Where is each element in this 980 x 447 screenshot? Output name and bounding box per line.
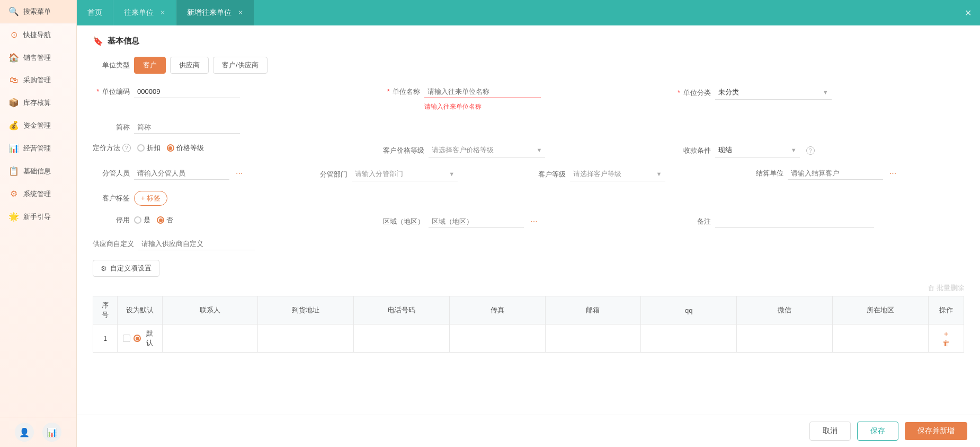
cell-fax[interactable] bbox=[449, 325, 545, 353]
cell-wechat[interactable] bbox=[737, 325, 833, 353]
department-dropdown[interactable]: 请输入分管部门 ▼ bbox=[352, 167, 458, 181]
sidebar-item-newbie[interactable]: 🌟 新手引导 bbox=[0, 205, 76, 228]
sidebar-item-operations[interactable]: 📊 经营管理 bbox=[0, 137, 76, 160]
tab-new-contact-label: 新增往来单位 bbox=[187, 8, 231, 17]
manager-more-btn[interactable]: ··· bbox=[234, 169, 245, 178]
sidebar-label-basic-info: 基础信息 bbox=[23, 166, 51, 176]
unit-category-dropdown[interactable]: 未分类 ▼ bbox=[715, 85, 832, 100]
wechat-input[interactable] bbox=[742, 335, 827, 343]
save-new-button[interactable]: 保存并新增 bbox=[905, 422, 967, 440]
close-all-tabs[interactable]: ✕ bbox=[956, 0, 980, 25]
pricing-method-label: 定价方法 ? bbox=[93, 143, 131, 153]
tab-new-contact[interactable]: 新增往来单位 ✕ bbox=[176, 0, 254, 25]
customer-price-level-dropdown[interactable]: 请选择客户价格等级 ▼ bbox=[429, 143, 545, 157]
pricing-help-icon[interactable]: ? bbox=[122, 144, 131, 152]
region-input[interactable] bbox=[429, 215, 524, 228]
user-avatar-btn[interactable]: 👤 bbox=[15, 423, 34, 442]
unit-type-label: 单位类型 bbox=[93, 60, 130, 70]
customer-price-level-label: 客户价格等级 bbox=[383, 146, 424, 155]
newbie-icon: 🌟 bbox=[8, 212, 19, 222]
col-phone: 电话号码 bbox=[354, 296, 450, 325]
cell-qq[interactable] bbox=[641, 325, 737, 353]
col-address: 到货地址 bbox=[258, 296, 354, 325]
chart-btn[interactable]: 📊 bbox=[42, 423, 61, 442]
customer-level-dropdown[interactable]: 请选择客户等级 ▼ bbox=[570, 167, 665, 181]
batch-delete-btn[interactable]: 🗑 批量删除 bbox=[928, 283, 964, 293]
qq-input[interactable] bbox=[646, 335, 731, 343]
cell-email[interactable] bbox=[545, 325, 641, 353]
cell-address[interactable] bbox=[258, 325, 354, 353]
sidebar-label-operations: 经营管理 bbox=[23, 144, 51, 153]
unit-btn-supplier[interactable]: 供应商 bbox=[170, 57, 209, 74]
payment-terms-value: 现结 bbox=[718, 145, 789, 155]
unit-btn-both[interactable]: 客户/供应商 bbox=[213, 57, 268, 74]
tab-contacts-close[interactable]: ✕ bbox=[160, 9, 165, 16]
cell-phone[interactable] bbox=[354, 325, 450, 353]
abbr-field: 简称 bbox=[93, 121, 964, 134]
col-email: 邮箱 bbox=[545, 296, 641, 325]
manager-input[interactable] bbox=[134, 167, 229, 180]
email-input[interactable] bbox=[551, 335, 636, 343]
abbr-row: 简称 bbox=[93, 121, 964, 134]
phone-input[interactable] bbox=[359, 335, 444, 343]
custom-settings-btn[interactable]: ⚙ 自定义项设置 bbox=[93, 260, 159, 277]
radio-stop-yes bbox=[134, 216, 141, 224]
sidebar-item-purchase[interactable]: 🛍 采购管理 bbox=[0, 69, 76, 91]
add-row-btn[interactable]: ＋ bbox=[940, 329, 952, 339]
unit-name-input[interactable] bbox=[424, 85, 541, 98]
sidebar-item-finance[interactable]: 💰 资金管理 bbox=[0, 114, 76, 137]
unit-code-label: * 单位编码 bbox=[93, 87, 130, 97]
unit-btn-customer[interactable]: 客户 bbox=[134, 57, 166, 74]
pricing-radio-discount[interactable]: 折扣 bbox=[137, 143, 161, 153]
settlement-more-btn[interactable]: ··· bbox=[887, 169, 898, 178]
sidebar-label-purchase: 采购管理 bbox=[23, 75, 51, 85]
address-input[interactable] bbox=[263, 335, 348, 343]
stop-radio-yes[interactable]: 是 bbox=[134, 215, 150, 225]
sidebar-item-basic-info[interactable]: 📋 基础信息 bbox=[0, 160, 76, 182]
default-radio[interactable]: 默认 bbox=[133, 329, 156, 348]
tab-home-label: 首页 bbox=[87, 8, 102, 17]
system-icon: ⚙ bbox=[8, 189, 19, 199]
contact-input[interactable] bbox=[168, 335, 253, 343]
supplier-custom-row: 供应商自定义 bbox=[93, 238, 964, 250]
payment-terms-dropdown[interactable]: 现结 ▼ bbox=[715, 143, 800, 157]
stop-region-row: 停用 是 否 区域（地区） ··· bbox=[93, 215, 964, 228]
add-tag-btn[interactable]: + 标签 bbox=[134, 191, 167, 206]
save-button[interactable]: 保存 bbox=[857, 422, 898, 441]
sidebar-item-sales[interactable]: 🏠 销售管理 bbox=[0, 46, 76, 69]
region-more-btn[interactable]: ··· bbox=[528, 217, 539, 226]
stop-radio-no[interactable]: 否 bbox=[157, 215, 173, 225]
pricing-radio-price-level[interactable]: 价格等级 bbox=[167, 143, 204, 153]
fax-input[interactable] bbox=[455, 335, 540, 343]
sidebar-item-search[interactable]: 🔍 搜索菜单 bbox=[0, 0, 76, 23]
cell-action: ＋ 🗑 bbox=[928, 325, 964, 353]
cell-region[interactable] bbox=[832, 325, 928, 353]
unit-name-label: * 单位名称 bbox=[383, 87, 420, 97]
table-region-input[interactable] bbox=[838, 335, 923, 343]
row-checkbox[interactable] bbox=[123, 335, 130, 342]
sales-icon: 🏠 bbox=[8, 52, 19, 63]
supplier-custom-input[interactable] bbox=[138, 238, 255, 250]
sidebar-item-inventory[interactable]: 📦 库存核算 bbox=[0, 91, 76, 114]
abbr-input[interactable] bbox=[134, 121, 240, 134]
cancel-button[interactable]: 取消 bbox=[809, 422, 851, 441]
tab-new-contact-close[interactable]: ✕ bbox=[238, 9, 243, 16]
tab-home[interactable]: 首页 bbox=[77, 0, 113, 25]
delete-row-btn[interactable]: 🗑 bbox=[940, 339, 952, 347]
settlement-unit-input[interactable] bbox=[788, 167, 883, 180]
sidebar-item-quick-nav[interactable]: ⊙ 快捷导航 bbox=[0, 23, 76, 46]
finance-icon: 💰 bbox=[8, 120, 19, 130]
tab-contacts[interactable]: 往来单位 ✕ bbox=[113, 0, 176, 25]
price-level-arrow: ▼ bbox=[536, 147, 542, 153]
pricing-radio-group: 折扣 价格等级 bbox=[137, 143, 204, 153]
cell-contact[interactable] bbox=[162, 325, 258, 353]
quick-nav-icon: ⊙ bbox=[8, 30, 19, 40]
unit-category-field: * 单位分类 未分类 ▼ bbox=[674, 85, 964, 100]
remarks-input[interactable] bbox=[715, 215, 874, 228]
col-qq: qq bbox=[641, 296, 737, 325]
stop-label: 停用 bbox=[93, 215, 130, 225]
sidebar-item-system[interactable]: ⚙ 系统管理 bbox=[0, 182, 76, 205]
sidebar-label-sales: 销售管理 bbox=[23, 53, 51, 63]
payment-terms-help-icon[interactable]: ? bbox=[806, 146, 815, 155]
unit-code-input[interactable] bbox=[134, 85, 240, 98]
